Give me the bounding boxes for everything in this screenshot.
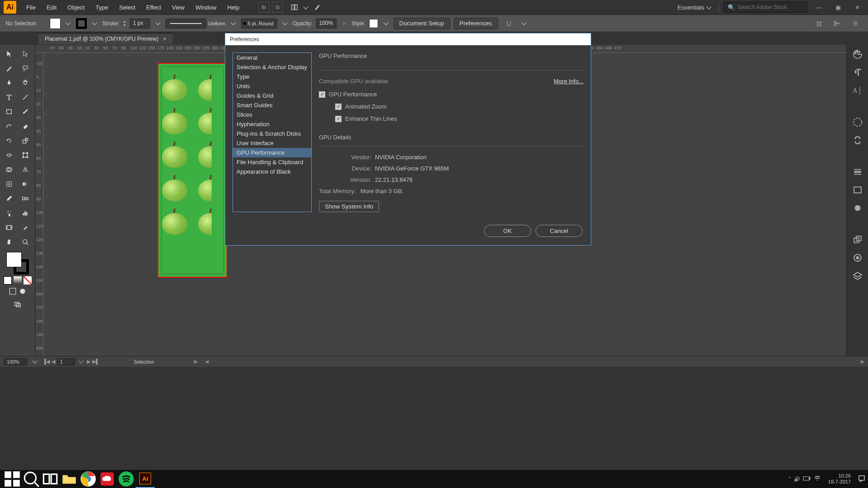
snap-dropdown[interactable] (520, 18, 528, 29)
tray-clock[interactable]: 10:26 18-7-2017 (828, 473, 851, 485)
slice-tool[interactable] (18, 221, 33, 234)
menu-view[interactable]: View (166, 2, 190, 13)
workspace-switcher[interactable]: Essentials (678, 4, 711, 11)
document-setup-button[interactable]: Document Setup (394, 18, 450, 29)
chrome-icon[interactable] (79, 470, 98, 488)
gpu-perf-checkbox[interactable]: ✓GPU Performance (319, 91, 583, 98)
eraser-tool[interactable] (18, 120, 33, 133)
tray-wifi-icon[interactable] (814, 475, 821, 483)
character-panel-icon[interactable]: A│ (852, 85, 863, 96)
opacity-field[interactable]: 100% (316, 19, 337, 28)
screen-mode[interactable] (10, 298, 25, 311)
profile-dropdown[interactable] (229, 18, 237, 29)
color-mode[interactable] (4, 276, 12, 284)
zoom-field[interactable]: 100% (4, 358, 27, 365)
arrange-docs-dropdown[interactable] (302, 2, 310, 13)
tray-notification-icon[interactable] (858, 475, 865, 483)
prefs-category-selection-anchor-display[interactable]: Selection & Anchor Display (233, 62, 311, 72)
brush-field[interactable]: 5 pt. Round (241, 19, 277, 28)
stroke-weight-dropdown[interactable] (154, 18, 162, 29)
spotify-icon[interactable] (117, 470, 136, 488)
prefs-category-plug-ins-scratch-disks[interactable]: Plug-ins & Scratch Disks (233, 129, 311, 138)
prefs-category-smart-guides[interactable]: Smart Guides (233, 100, 311, 110)
width-tool[interactable] (2, 149, 16, 161)
prefs-category-user-interface[interactable]: User Interface (233, 138, 311, 148)
fill-swatch[interactable] (50, 18, 61, 29)
scrollbar-h-right[interactable]: ◀ (205, 359, 209, 365)
window-close[interactable]: ✕ (853, 4, 862, 11)
zoom-tool[interactable] (18, 236, 33, 248)
show-system-info-button[interactable]: Show System Info (319, 201, 379, 212)
menu-effect[interactable]: Effect (141, 2, 166, 13)
selection-tool[interactable] (2, 47, 16, 60)
symbol-sprayer-tool[interactable] (2, 207, 16, 219)
lasso-tool[interactable] (18, 62, 33, 75)
start-button[interactable] (3, 470, 22, 488)
type-tool[interactable] (2, 91, 16, 104)
paragraph-panel-icon[interactable] (852, 66, 863, 78)
transform-icon[interactable] (830, 17, 844, 30)
draw-normal[interactable] (9, 287, 17, 295)
cancel-button[interactable]: Cancel (536, 225, 583, 237)
prefs-category-type[interactable]: Type (233, 72, 311, 81)
document-tab[interactable]: Placemat 1.pdf @ 100% (CMYK/GPU Preview)… (38, 33, 173, 44)
nav-last-icon[interactable]: ▶▌ (92, 359, 100, 365)
appearance-panel-icon[interactable] (852, 252, 863, 264)
prefs-category-slices[interactable]: Slices (233, 110, 311, 119)
stroke-dropdown[interactable] (90, 18, 99, 29)
curvature-tool[interactable] (18, 76, 33, 89)
animated-zoom-checkbox[interactable]: ✓Animated Zoom (335, 103, 583, 110)
blend-tool[interactable] (18, 192, 33, 205)
pen-tool[interactable] (2, 76, 16, 89)
menu-file[interactable]: File (21, 2, 41, 13)
column-graph-tool[interactable] (18, 207, 33, 219)
menu-object[interactable]: Object (62, 2, 90, 13)
tray-chevron-icon[interactable]: ˄ (788, 476, 791, 482)
ok-button[interactable]: OK (484, 225, 531, 237)
artboard[interactable] (157, 63, 228, 278)
color-panel-icon[interactable] (852, 48, 863, 60)
prefs-category-appearance-of-black[interactable]: Appearance of Black (233, 167, 311, 176)
shaper-tool[interactable] (2, 120, 16, 133)
task-view-icon[interactable] (41, 470, 60, 488)
creative-cloud-icon[interactable] (98, 470, 117, 488)
bridge-icon[interactable]: Br (258, 2, 269, 13)
fill-stroke-chip[interactable] (6, 252, 29, 275)
search-input[interactable] (738, 4, 801, 10)
arrange-docs-icon[interactable] (287, 1, 302, 14)
fill-dropdown[interactable] (64, 18, 72, 29)
artboard-tool[interactable] (2, 221, 16, 234)
mesh-tool[interactable] (2, 178, 16, 190)
dialog-titlebar[interactable]: Preferences (225, 33, 591, 45)
magic-wand-tool[interactable] (2, 62, 16, 75)
preferences-button[interactable]: Preferences (454, 18, 498, 29)
illustrator-taskbar-icon[interactable]: Ai (136, 470, 155, 488)
symbols-panel-icon[interactable] (852, 234, 863, 246)
page-field[interactable]: 1 (57, 358, 75, 365)
stroke-panel-icon[interactable] (852, 166, 863, 178)
menu-select[interactable]: Select (114, 2, 141, 13)
stroke-profile[interactable] (166, 19, 206, 28)
paintbrush-tool[interactable] (18, 105, 33, 118)
brushes-panel-icon[interactable] (852, 202, 863, 214)
scrollbar-h-end[interactable]: ▶ (861, 359, 864, 365)
shape-builder-tool[interactable] (2, 163, 16, 176)
prefs-category-file-handling-clipboard[interactable]: File Handling & Clipboard (233, 157, 311, 167)
tray-battery-icon[interactable] (803, 476, 811, 482)
hand-tool[interactable] (2, 236, 16, 248)
stroke-weight-field[interactable]: 1 px (130, 19, 150, 28)
more-info-link[interactable]: More Info... (554, 78, 583, 85)
prefs-category-guides-grid[interactable]: Guides & Grid (233, 91, 311, 100)
direct-selection-tool[interactable] (18, 47, 33, 60)
line-tool[interactable] (18, 91, 33, 104)
stroke-swatch[interactable] (76, 18, 87, 29)
style-dropdown[interactable] (382, 18, 390, 29)
feather-icon[interactable] (310, 1, 324, 14)
list-icon[interactable] (848, 17, 863, 30)
rectangle-tool[interactable] (2, 105, 16, 118)
enhance-thin-lines-checkbox[interactable]: ✓Enhance Thin Lines (335, 115, 583, 122)
stock-icon[interactable]: St (272, 2, 283, 13)
prefs-category-hyphenation[interactable]: Hyphenation (233, 119, 311, 129)
nav-prev-icon[interactable]: ◀ (52, 359, 55, 365)
gradient-tool[interactable] (18, 178, 33, 190)
